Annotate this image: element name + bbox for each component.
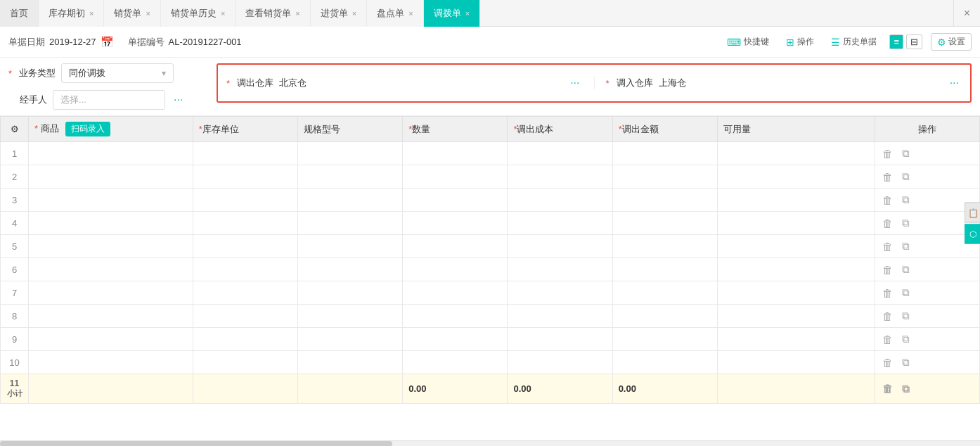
row-product[interactable] xyxy=(29,281,193,305)
transfer-out-more-button[interactable]: ··· xyxy=(567,77,582,89)
tab-sales-history[interactable]: 销货单历史 × xyxy=(161,0,236,27)
row-cost[interactable] xyxy=(508,305,612,328)
row-spec[interactable] xyxy=(297,165,402,189)
row-copy-icon[interactable]: ⧉ xyxy=(899,193,913,207)
tab-sales-order[interactable]: 销货单 × xyxy=(104,0,160,27)
row-product[interactable] xyxy=(29,351,193,374)
tab-transfer-order[interactable]: 调拨单 × xyxy=(424,0,480,27)
row-amount[interactable] xyxy=(612,258,717,281)
handler-more-button[interactable]: ··· xyxy=(171,94,186,106)
barcode-scan-button[interactable]: 扫码录入 xyxy=(65,122,110,136)
row-cost[interactable] xyxy=(508,258,612,281)
row-unit[interactable] xyxy=(193,328,297,351)
tab-purchase-order[interactable]: 进货单 × xyxy=(311,0,367,27)
layout2-button[interactable]: ⊟ xyxy=(906,34,922,49)
row-quantity[interactable] xyxy=(403,328,508,351)
window-close-button[interactable]: × xyxy=(953,0,980,27)
row-copy-icon[interactable]: ⧉ xyxy=(899,170,913,184)
row-delete-icon[interactable]: 🗑 xyxy=(881,239,895,253)
row-amount[interactable] xyxy=(612,212,717,235)
row-unit[interactable] xyxy=(193,305,297,328)
row-amount[interactable] xyxy=(612,281,717,305)
row-delete-icon[interactable]: 🗑 xyxy=(881,216,895,230)
tab-view-sales[interactable]: 查看销货单 × xyxy=(236,0,310,27)
row-spec[interactable] xyxy=(297,142,402,165)
tab-initial-inventory-close[interactable]: × xyxy=(89,9,94,18)
row-copy-icon[interactable]: ⧉ xyxy=(899,286,913,300)
row-amount[interactable] xyxy=(612,305,717,328)
row-spec[interactable] xyxy=(297,258,402,281)
business-type-select[interactable]: 同价调拨 ▾ xyxy=(61,63,174,83)
column-settings[interactable]: ⚙ xyxy=(1,117,29,142)
row-quantity[interactable] xyxy=(403,351,508,374)
row-quantity[interactable] xyxy=(403,165,508,189)
row-quantity[interactable] xyxy=(403,305,508,328)
row-product[interactable] xyxy=(29,258,193,281)
row-amount[interactable] xyxy=(612,165,717,189)
row-copy-icon[interactable]: ⧉ xyxy=(899,262,913,276)
tab-initial-inventory[interactable]: 库存期初 × xyxy=(39,0,104,27)
row-amount[interactable] xyxy=(612,328,717,351)
layout1-button[interactable]: ≡ xyxy=(889,34,903,49)
row-amount[interactable] xyxy=(612,189,717,212)
row-quantity[interactable] xyxy=(403,142,508,165)
row-copy-icon[interactable]: ⧉ xyxy=(899,382,913,396)
row-unit[interactable] xyxy=(193,189,297,212)
row-unit[interactable] xyxy=(193,165,297,189)
row-quantity[interactable] xyxy=(403,189,508,212)
operations-button[interactable]: ⊞ 操作 xyxy=(782,34,818,49)
tab-view-sales-close[interactable]: × xyxy=(295,9,299,18)
row-unit[interactable] xyxy=(193,142,297,165)
row-copy-icon[interactable]: ⧉ xyxy=(899,355,913,369)
scrollbar-thumb[interactable] xyxy=(0,441,392,446)
row-delete-icon[interactable]: 🗑 xyxy=(881,193,895,207)
row-cost[interactable] xyxy=(508,235,612,258)
expand-float-button[interactable]: ⬡ xyxy=(965,224,980,244)
row-copy-icon[interactable]: ⧉ xyxy=(899,216,913,230)
row-spec[interactable] xyxy=(297,212,402,235)
row-unit[interactable] xyxy=(193,281,297,305)
row-unit[interactable] xyxy=(193,351,297,374)
row-delete-icon[interactable]: 🗑 xyxy=(881,146,895,160)
row-copy-icon[interactable]: ⧉ xyxy=(899,239,913,253)
setting-button[interactable]: ⚙ 设置 xyxy=(931,33,972,51)
row-cost[interactable] xyxy=(508,351,612,374)
row-spec[interactable] xyxy=(297,235,402,258)
row-delete-icon[interactable]: 🗑 xyxy=(881,286,895,300)
transfer-in-more-button[interactable]: ··· xyxy=(947,77,962,89)
tab-stocktake-close[interactable]: × xyxy=(408,9,413,18)
row-delete-icon[interactable]: 🗑 xyxy=(881,262,895,276)
row-delete-icon[interactable]: 🗑 xyxy=(881,332,895,346)
tab-transfer-order-close[interactable]: × xyxy=(465,9,470,18)
row-copy-icon[interactable]: ⧉ xyxy=(899,309,913,323)
row-delete-icon[interactable]: 🗑 xyxy=(881,309,895,323)
row-quantity[interactable] xyxy=(403,212,508,235)
note-float-button[interactable]: 📋 xyxy=(965,203,980,223)
handler-select[interactable]: 选择... xyxy=(53,90,165,110)
row-product[interactable] xyxy=(29,189,193,212)
tab-sales-history-close[interactable]: × xyxy=(221,9,225,18)
row-product[interactable] xyxy=(29,328,193,351)
row-product[interactable] xyxy=(29,235,193,258)
row-cost[interactable] xyxy=(508,165,612,189)
row-unit[interactable] xyxy=(193,212,297,235)
row-amount[interactable] xyxy=(612,235,717,258)
row-copy-icon[interactable]: ⧉ xyxy=(899,332,913,346)
tab-home[interactable]: 首页 xyxy=(0,0,39,27)
row-quantity[interactable] xyxy=(403,281,508,305)
tab-sales-order-close[interactable]: × xyxy=(146,9,150,18)
history-button[interactable]: ☰ 历史单据 xyxy=(827,34,881,49)
row-quantity[interactable] xyxy=(403,235,508,258)
shortcuts-button[interactable]: ⌨ 快捷键 xyxy=(723,34,773,49)
row-copy-icon[interactable]: ⧉ xyxy=(899,146,913,160)
row-quantity[interactable] xyxy=(403,258,508,281)
row-spec[interactable] xyxy=(297,281,402,305)
row-spec[interactable] xyxy=(297,189,402,212)
row-cost[interactable] xyxy=(508,189,612,212)
row-product[interactable] xyxy=(29,305,193,328)
row-product[interactable] xyxy=(29,142,193,165)
calendar-icon[interactable]: 📅 xyxy=(101,36,114,49)
row-amount[interactable] xyxy=(612,142,717,165)
row-product[interactable] xyxy=(29,212,193,235)
row-cost[interactable] xyxy=(508,142,612,165)
